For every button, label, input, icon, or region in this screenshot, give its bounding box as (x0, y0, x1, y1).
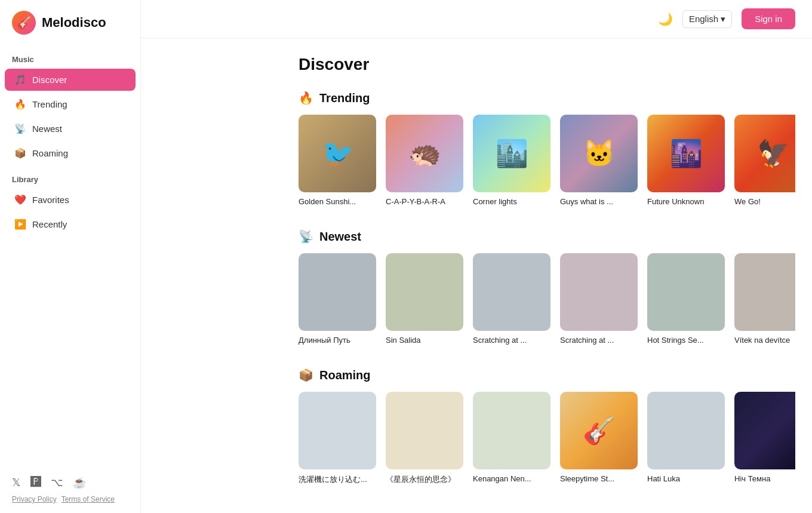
card-thumbnail (560, 253, 638, 331)
language-selector[interactable]: English ▾ (682, 10, 732, 28)
sidebar-item-trending[interactable]: 🔥 Trending (5, 93, 136, 115)
music-card[interactable]: Scratching at ... (473, 253, 550, 346)
card-label: Corner lights (473, 197, 550, 206)
recently-icon: ▶️ (14, 219, 26, 230)
card-thumbnail: 🐱 (560, 115, 638, 192)
roaming-cards-grid: 洗濯機に放り込む... 《星辰永恒的思念》 Kenangan Nen... 🎸 … (299, 392, 795, 490)
sidebar-item-label: Roaming (32, 148, 68, 158)
github-link[interactable]: ⌥ (51, 476, 63, 489)
card-label: Guys what is ... (560, 197, 638, 206)
page-title: Discover (299, 55, 795, 74)
sidebar: 🎸 Melodisco Music 🎵 Discover 🔥 Trending … (0, 0, 141, 513)
privacy-link[interactable]: Privacy Policy (12, 495, 57, 503)
card-thumbnail: 🌆 (647, 115, 725, 192)
newest-section-label: Newest (319, 230, 361, 244)
sidebar-item-label: Recently (32, 219, 67, 229)
card-thumbnail: 🐦 (299, 115, 376, 192)
trending-section-icon: 🔥 (299, 91, 313, 105)
music-card[interactable]: 洗濯機に放り込む... (299, 392, 376, 485)
music-card[interactable]: 《星辰永恒的思念》 (386, 392, 463, 485)
music-card[interactable]: Vítek na devítce (734, 253, 795, 346)
roaming-section-icon: 📦 (299, 368, 313, 382)
main-content: Discover 🔥 Trending 🐦 Golden Sunshi... 🦔… (282, 38, 812, 513)
music-card[interactable]: Hati Luka (647, 392, 725, 485)
sidebar-item-recently[interactable]: ▶️ Recently (5, 213, 136, 235)
music-card[interactable]: Ніч Темна (734, 392, 795, 485)
card-thumbnail (734, 253, 795, 331)
music-card[interactable]: 🐱 Guys what is ... (560, 115, 638, 208)
card-thumbnail (734, 392, 795, 469)
sidebar-item-label: Newest (32, 124, 62, 134)
music-card[interactable]: Sin Salida (386, 253, 463, 346)
card-thumbnail (386, 392, 463, 469)
card-thumbnail: 🦔 (386, 115, 463, 192)
signin-button[interactable]: Sign in (742, 8, 795, 29)
music-card[interactable]: Kenangan Nen... (473, 392, 550, 485)
language-label: English (689, 14, 718, 24)
card-thumbnail: 🎸 (560, 392, 638, 469)
music-card[interactable]: 🏙️ Corner lights (473, 115, 550, 208)
card-thumbnail (473, 253, 550, 331)
card-thumbnail (299, 253, 376, 331)
card-thumbnail: 🦅 (734, 115, 795, 192)
terms-link[interactable]: Terms of Service (61, 495, 115, 503)
card-label: Hati Luka (647, 474, 725, 483)
discover-icon: 🎵 (14, 74, 26, 85)
twitter-link[interactable]: 𝕏 (12, 476, 21, 489)
music-card[interactable]: 🦔 C-A-P-Y-B-A-R-A (386, 115, 463, 208)
music-card[interactable]: 🦅 We Go! (734, 115, 795, 208)
sidebar-item-favorites[interactable]: ❤️ Favorites (5, 189, 136, 211)
header: 🌙 English ▾ Sign in (141, 0, 812, 38)
card-label: Sin Salida (386, 336, 463, 345)
trending-icon: 🔥 (14, 99, 26, 110)
music-card[interactable]: 🌆 Future Unknown (647, 115, 725, 208)
app-logo[interactable]: 🎸 Melodisco (0, 0, 140, 45)
card-label: 洗濯機に放り込む... (299, 474, 376, 485)
card-label: Hot Strings Se... (647, 336, 725, 345)
trending-section-header: 🔥 Trending (299, 91, 795, 105)
card-label: Scratching at ... (473, 336, 550, 345)
trending-section-label: Trending (319, 91, 370, 105)
sidebar-item-discover[interactable]: 🎵 Discover (5, 69, 136, 91)
sidebar-item-roaming[interactable]: 📦 Roaming (5, 142, 136, 164)
card-label: C-A-P-Y-B-A-R-A (386, 197, 463, 206)
producthunt-link[interactable]: 🅿 (30, 476, 41, 489)
card-thumbnail (299, 392, 376, 469)
music-section-label: Music (0, 45, 140, 67)
music-card[interactable]: Длинный Путь (299, 253, 376, 346)
card-thumbnail (647, 253, 725, 331)
music-card[interactable]: 🎸 Sleepytime St... (560, 392, 638, 485)
app-name: Melodisco (42, 15, 106, 30)
sidebar-item-label: Trending (32, 99, 67, 109)
music-card[interactable]: 🐦 Golden Sunshi... (299, 115, 376, 208)
theme-toggle-button[interactable]: 🌙 (658, 12, 673, 26)
roaming-section-header: 📦 Roaming (299, 368, 795, 382)
music-card[interactable]: Hot Strings Se... (647, 253, 725, 346)
newest-icon: 📡 (14, 123, 26, 134)
footer-links: Privacy Policy Terms of Service (12, 495, 128, 503)
library-section-label: Library (0, 165, 140, 188)
card-thumbnail (647, 392, 725, 469)
card-thumbnail (386, 253, 463, 331)
card-label: Длинный Путь (299, 336, 376, 345)
roaming-section-label: Roaming (319, 368, 371, 382)
card-label: Future Unknown (647, 197, 725, 206)
card-label: Sleepytime St... (560, 474, 638, 483)
card-label: Vítek na devítce (734, 336, 795, 345)
sidebar-item-newest[interactable]: 📡 Newest (5, 118, 136, 140)
card-label: Ніч Темна (734, 474, 795, 483)
music-card[interactable]: Scratching at ... (560, 253, 638, 346)
card-label: We Go! (734, 197, 795, 206)
card-label: Golden Sunshi... (299, 197, 376, 206)
card-thumbnail (473, 392, 550, 469)
card-label: 《星辰永恒的思念》 (386, 474, 463, 485)
social-links: 𝕏 🅿 ⌥ ☕ (12, 476, 128, 489)
chevron-down-icon: ▾ (721, 14, 725, 24)
newest-cards-grid: Длинный Путь Sin Salida Scratching at ..… (299, 253, 795, 351)
sidebar-item-label: Favorites (32, 195, 69, 205)
sidebar-footer: 𝕏 🅿 ⌥ ☕ Privacy Policy Terms of Service (0, 466, 140, 513)
buymeacoffee-link[interactable]: ☕ (73, 476, 86, 489)
newest-section-header: 📡 Newest (299, 229, 795, 244)
roaming-icon: 📦 (14, 148, 26, 159)
card-label: Kenangan Nen... (473, 474, 550, 483)
